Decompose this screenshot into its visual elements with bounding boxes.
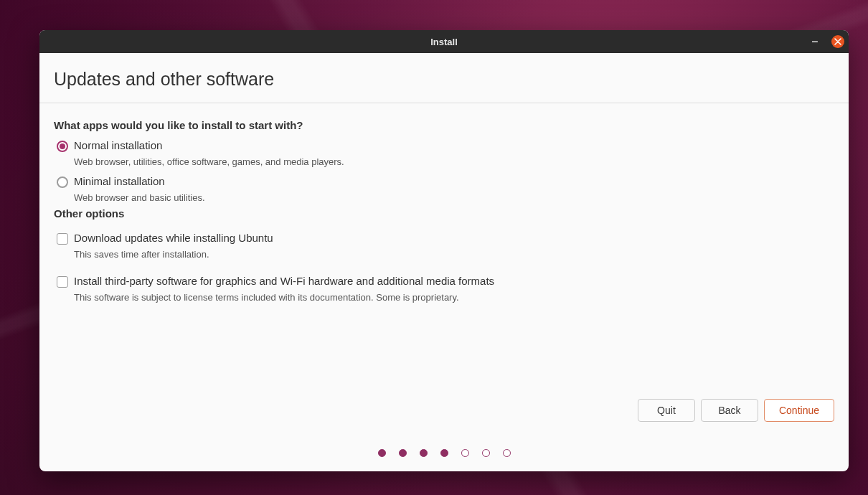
back-button[interactable]: Back bbox=[701, 399, 758, 422]
option-label: Minimal installation bbox=[74, 175, 165, 187]
minimize-icon: – bbox=[812, 36, 819, 47]
minimize-button[interactable]: – bbox=[808, 35, 821, 48]
progress-dot bbox=[461, 449, 469, 457]
close-icon bbox=[834, 38, 841, 45]
close-button[interactable] bbox=[831, 35, 844, 48]
progress-dot bbox=[399, 449, 407, 457]
option-minimal-install[interactable]: Minimal installation bbox=[54, 173, 834, 189]
divider bbox=[39, 103, 849, 103]
checkbox-icon bbox=[57, 276, 68, 288]
option-normal-description: Web browser, utilities, office software,… bbox=[54, 154, 834, 173]
option-normal-install[interactable]: Normal installation bbox=[54, 137, 834, 154]
progress-dot bbox=[440, 449, 448, 457]
radio-icon bbox=[57, 141, 68, 152]
progress-dot bbox=[482, 449, 490, 457]
option-label: Normal installation bbox=[74, 139, 162, 151]
progress-dots bbox=[54, 429, 834, 471]
option-label: Download updates while installing Ubuntu bbox=[74, 232, 273, 244]
option-third-party-description: This software is subject to license term… bbox=[54, 289, 834, 308]
radio-icon bbox=[57, 176, 68, 188]
option-download-updates[interactable]: Download updates while installing Ubuntu bbox=[54, 230, 834, 246]
apps-question: What apps would you like to install to s… bbox=[54, 119, 834, 131]
page-title: Updates and other software bbox=[54, 69, 834, 103]
installer-window: Install – Updates and other software Wha… bbox=[39, 30, 849, 471]
content-area: Updates and other software What apps wou… bbox=[39, 53, 849, 471]
checkbox-icon bbox=[57, 233, 68, 245]
option-label: Install third-party software for graphic… bbox=[74, 275, 494, 287]
titlebar: Install – bbox=[39, 30, 849, 53]
progress-dot bbox=[503, 449, 511, 457]
option-minimal-description: Web browser and basic utilities. bbox=[54, 189, 834, 206]
progress-dot bbox=[420, 449, 428, 457]
button-row: Quit Back Continue bbox=[54, 399, 834, 429]
other-options-heading: Other options bbox=[54, 207, 834, 220]
option-third-party[interactable]: Install third-party software for graphic… bbox=[54, 273, 834, 289]
window-title: Install bbox=[430, 37, 458, 47]
window-controls: – bbox=[808, 30, 844, 53]
quit-button[interactable]: Quit bbox=[638, 399, 695, 422]
continue-button[interactable]: Continue bbox=[764, 399, 834, 422]
option-download-updates-description: This saves time after installation. bbox=[54, 246, 834, 265]
progress-dot bbox=[378, 449, 386, 457]
